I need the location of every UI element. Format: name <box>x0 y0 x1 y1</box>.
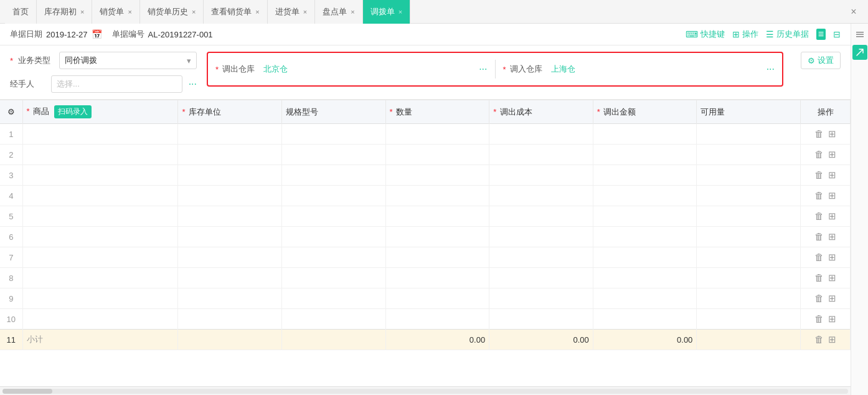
product-cell[interactable] <box>22 309 178 330</box>
amount-cell[interactable] <box>593 145 697 165</box>
unit-cell[interactable] <box>178 206 282 227</box>
tab-transfer[interactable]: 调拨单 × <box>363 0 410 24</box>
settings-button[interactable]: ⚙ 设置 <box>801 52 841 69</box>
calendar-icon[interactable]: 📅 <box>92 29 102 39</box>
unit-cell[interactable] <box>178 309 282 330</box>
close-icon[interactable]: × <box>351 8 354 16</box>
copy-icon[interactable]: ⊞ <box>828 313 836 324</box>
product-cell[interactable] <box>22 165 178 186</box>
copy-icon[interactable]: ⊞ <box>828 293 836 303</box>
cost-cell[interactable] <box>489 145 593 165</box>
biz-type-select[interactable]: 同价调拨 ▾ <box>59 52 197 69</box>
qty-cell[interactable] <box>385 247 489 268</box>
copy-icon[interactable]: ⊞ <box>828 272 836 283</box>
cost-cell[interactable] <box>489 268 593 288</box>
qty-cell[interactable] <box>385 206 489 227</box>
spec-cell[interactable] <box>281 124 385 145</box>
tab-view-sales[interactable]: 查看销货单 × <box>204 0 267 24</box>
copy-icon[interactable]: ⊞ <box>828 190 836 201</box>
layout-action-2[interactable]: ⊟ <box>833 29 841 39</box>
copy-icon[interactable]: ⊞ <box>828 231 836 242</box>
product-cell[interactable] <box>22 206 178 227</box>
delete-icon[interactable]: 🗑 <box>814 128 824 139</box>
product-cell[interactable] <box>22 247 178 268</box>
copy-icon[interactable]: ⊞ <box>828 252 836 262</box>
cost-cell[interactable] <box>489 206 593 227</box>
cost-cell[interactable] <box>489 227 593 247</box>
spec-cell[interactable] <box>281 268 385 288</box>
delete-icon[interactable]: 🗑 <box>814 231 824 242</box>
unit-cell[interactable] <box>178 288 282 309</box>
delete-icon[interactable]: 🗑 <box>814 293 824 303</box>
unit-cell[interactable] <box>178 268 282 288</box>
spec-cell[interactable] <box>281 206 385 227</box>
close-icon[interactable]: × <box>80 8 84 16</box>
copy-icon[interactable]: ⊞ <box>828 334 836 345</box>
delete-icon[interactable]: 🗑 <box>814 190 824 201</box>
unit-cell[interactable] <box>178 186 282 206</box>
product-cell[interactable] <box>22 186 178 206</box>
layout-action-1[interactable]: ≡ <box>816 29 826 40</box>
tab-sales[interactable]: 销货单 × <box>92 0 139 24</box>
amount-cell[interactable] <box>593 268 697 288</box>
spec-cell[interactable] <box>281 165 385 186</box>
tab-sales-history[interactable]: 销货单历史 × <box>140 0 204 24</box>
copy-icon[interactable]: ⊞ <box>828 149 836 159</box>
spec-cell[interactable] <box>281 145 385 165</box>
cost-cell[interactable] <box>489 309 593 330</box>
cost-cell[interactable] <box>489 186 593 206</box>
delete-icon[interactable]: 🗑 <box>814 252 824 262</box>
amount-cell[interactable] <box>593 227 697 247</box>
qty-cell[interactable] <box>385 124 489 145</box>
delete-icon[interactable]: 🗑 <box>814 313 824 324</box>
amount-cell[interactable] <box>593 288 697 309</box>
cost-cell[interactable] <box>489 247 593 268</box>
scroll-bar[interactable] <box>0 386 851 395</box>
spec-cell[interactable] <box>281 227 385 247</box>
close-icon[interactable]: × <box>303 8 307 16</box>
close-icon[interactable]: × <box>399 8 402 16</box>
delete-icon[interactable]: 🗑 <box>814 272 824 283</box>
amount-cell[interactable] <box>593 309 697 330</box>
qty-cell[interactable] <box>385 145 489 165</box>
tab-stock-init[interactable]: 库存期初 × <box>37 0 92 24</box>
tab-purchase[interactable]: 进货单 × <box>268 0 315 24</box>
qty-cell[interactable] <box>385 309 489 330</box>
warehouse-in-more-button[interactable]: ··· <box>767 64 775 75</box>
copy-icon[interactable]: ⊞ <box>828 211 836 221</box>
amount-cell[interactable] <box>593 165 697 186</box>
delete-icon[interactable]: 🗑 <box>814 211 824 221</box>
qty-cell[interactable] <box>385 288 489 309</box>
amount-cell[interactable] <box>593 206 697 227</box>
delete-icon[interactable]: 🗑 <box>814 169 824 180</box>
product-cell[interactable] <box>22 288 178 309</box>
qty-cell[interactable] <box>385 186 489 206</box>
tab-inventory[interactable]: 盘点单 × <box>315 0 362 24</box>
cost-cell[interactable] <box>489 288 593 309</box>
product-cell[interactable] <box>22 227 178 247</box>
close-icon[interactable]: × <box>192 8 196 16</box>
cost-cell[interactable] <box>489 165 593 186</box>
close-icon[interactable]: × <box>255 8 259 16</box>
amount-cell[interactable] <box>593 124 697 145</box>
product-cell[interactable] <box>22 268 178 288</box>
amount-cell[interactable] <box>593 247 697 268</box>
tab-home[interactable]: 首页 <box>5 0 37 24</box>
settings-icon[interactable]: ⚙ <box>7 107 15 117</box>
warehouse-out-more-button[interactable]: ··· <box>479 64 487 75</box>
sidebar-list-icon[interactable] <box>852 27 867 42</box>
delete-icon[interactable]: 🗑 <box>814 334 824 345</box>
operations-action[interactable]: ⊞ 操作 <box>732 29 758 40</box>
qty-cell[interactable] <box>385 165 489 186</box>
history-action[interactable]: ☰ 历史单据 <box>766 29 809 40</box>
copy-icon[interactable]: ⊞ <box>828 128 836 139</box>
sidebar-external-icon[interactable] <box>852 45 867 60</box>
product-cell[interactable] <box>22 124 178 145</box>
unit-cell[interactable] <box>178 247 282 268</box>
cost-cell[interactable] <box>489 124 593 145</box>
spec-cell[interactable] <box>281 247 385 268</box>
delete-icon[interactable]: 🗑 <box>814 149 824 159</box>
copy-icon[interactable]: ⊞ <box>828 169 836 180</box>
unit-cell[interactable] <box>178 227 282 247</box>
handler-select[interactable]: 选择... <box>51 75 182 93</box>
